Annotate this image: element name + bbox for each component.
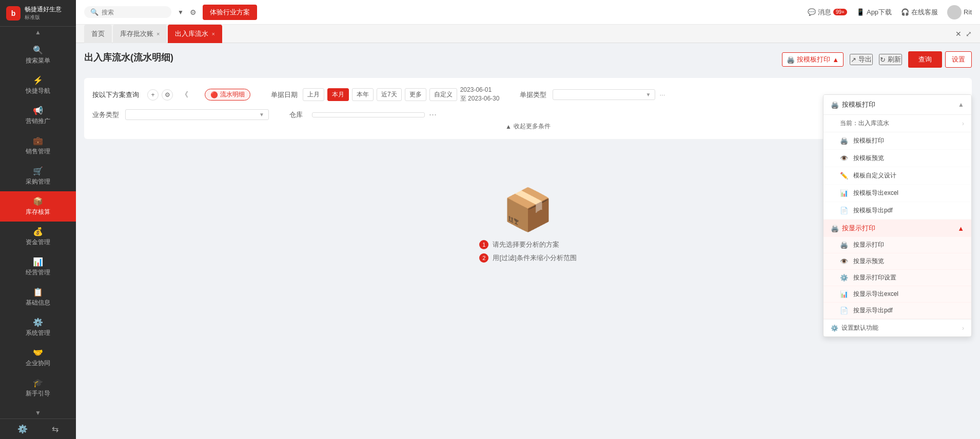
date-btn-more[interactable]: 更多 bbox=[405, 88, 426, 101]
date-range-start: 2023-06-01 bbox=[460, 86, 500, 93]
print-dropdown-arrow[interactable]: ▲ bbox=[832, 56, 839, 64]
message-label: 消息 bbox=[818, 8, 831, 17]
date-btn-last-month[interactable]: 上月 bbox=[303, 88, 324, 101]
sidebar-item-quick-nav[interactable]: ⚡ 快捷导航 bbox=[0, 70, 76, 101]
sidebar-item-finance[interactable]: 💰 资金管理 bbox=[0, 222, 76, 252]
dp-template-excel-icon: 📊 bbox=[840, 189, 848, 197]
sidebar-item-purchase[interactable]: 🛒 采购管理 bbox=[0, 161, 76, 191]
dp-sub-item-display-pdf[interactable]: 📄 按显示导出pdf bbox=[824, 303, 971, 319]
collapse-sidebar-icon[interactable]: ⇆ bbox=[52, 424, 58, 434]
sidebar-item-sales[interactable]: 💼 销售管理 bbox=[0, 131, 76, 161]
sidebar-item-business[interactable]: 📊 经营管理 bbox=[0, 252, 76, 282]
message-item[interactable]: 💬 消息 99+ bbox=[808, 8, 847, 17]
logo-name: 畅捷通好生意 bbox=[25, 5, 62, 14]
dp-sub-item-display-excel[interactable]: 📊 按显示导出excel bbox=[824, 286, 971, 303]
business-type-filter: 业务类型 ▼ bbox=[92, 109, 269, 120]
warehouse-select[interactable] bbox=[312, 112, 425, 117]
sidebar-item-system[interactable]: ⚙️ 系统管理 bbox=[0, 312, 76, 343]
tab-batch-account-close[interactable]: × bbox=[156, 31, 160, 37]
tab-batch-account[interactable]: 库存批次账 × bbox=[113, 25, 167, 43]
collapse-up-icon: ▲ bbox=[505, 123, 512, 130]
dp-item-template-print[interactable]: 🖨️ 按模板打印 bbox=[824, 132, 971, 150]
message-badge: 99+ bbox=[833, 9, 847, 15]
sidebar-item-basics-label: 基础信息 bbox=[26, 298, 50, 307]
settings-button[interactable]: 设置 bbox=[945, 51, 972, 68]
filter-collapse-icon[interactable]: 《 bbox=[181, 90, 188, 99]
print-icon: 🖨️ bbox=[787, 56, 795, 64]
online-service-label: 在线客服 bbox=[911, 8, 938, 17]
dp-sub-item-display-print[interactable]: 🖨️ 按显示打印 bbox=[824, 237, 971, 253]
dp-footer[interactable]: ⚙️ 设置默认功能 › bbox=[824, 319, 971, 336]
dp-item-template-excel[interactable]: 📊 按模板导出excel bbox=[824, 185, 971, 202]
dp-section-active-header[interactable]: 🖨️ 按显示打印 ▲ bbox=[824, 220, 971, 237]
dp-item-template-preview[interactable]: 👁️ 按模板预览 bbox=[824, 150, 971, 167]
online-service-item[interactable]: 🎧 在线客服 bbox=[901, 8, 938, 17]
dp-item-template-pdf[interactable]: 📄 按模板导出pdf bbox=[824, 202, 971, 220]
print-button[interactable]: 🖨️ 按模板打印 ▲ bbox=[782, 52, 844, 67]
doc-type-more-icon[interactable]: ··· bbox=[659, 91, 665, 98]
dp-sub-item-display-settings[interactable]: ⚙️ 按显示打印设置 bbox=[824, 270, 971, 286]
empty-step-2: 2 用[过滤]条件来缩小分析范围 bbox=[479, 253, 576, 263]
sidebar-item-inventory[interactable]: 📦 库存核算 bbox=[0, 191, 76, 222]
refresh-label: 刷新 bbox=[888, 55, 901, 64]
logo-icon: b bbox=[6, 6, 21, 21]
date-btn-this-year[interactable]: 本年 bbox=[352, 88, 374, 101]
date-btn-7days[interactable]: 近7天 bbox=[377, 88, 402, 101]
scroll-down-icon[interactable]: ▼ bbox=[35, 409, 41, 416]
sidebar-item-basics[interactable]: 📋 基础信息 bbox=[0, 282, 76, 312]
topbar-right: 💬 消息 99+ 📱 App下载 🎧 在线客服 Rit bbox=[808, 5, 972, 19]
maximize-icon[interactable]: ⤢ bbox=[966, 30, 972, 38]
guide-icon: 🎓 bbox=[33, 378, 43, 388]
filter-settings-button[interactable]: ⚙ bbox=[162, 89, 173, 101]
sidebar: b 畅捷通好生意 标准版 ▲ 🔍 搜索菜单 ⚡ 快捷导航 📢 营销推广 💼 销售… bbox=[0, 0, 76, 439]
empty-illustration: 📦 bbox=[502, 186, 554, 234]
sidebar-item-guide[interactable]: 🎓 新手引导 bbox=[0, 373, 76, 403]
sidebar-item-search[interactable]: 🔍 搜索菜单 bbox=[0, 40, 76, 70]
topbar-dropdown-icon[interactable]: ▼ bbox=[178, 9, 184, 16]
dp-item-template-design[interactable]: ✏️ 模板自定义设计 bbox=[824, 167, 971, 185]
inventory-icon: 📦 bbox=[33, 196, 43, 206]
sidebar-item-collab[interactable]: 🤝 企业协同 bbox=[0, 343, 76, 373]
export-button[interactable]: ↗ 导出 bbox=[850, 54, 873, 65]
refresh-button[interactable]: ↻ 刷新 bbox=[879, 54, 902, 65]
tab-home[interactable]: 首页 bbox=[84, 25, 112, 43]
dp-item-template-preview-label: 按模板预览 bbox=[853, 154, 884, 163]
filter-tag-item[interactable]: 🔴 流水明细 bbox=[205, 89, 250, 101]
warehouse-more-icon[interactable]: ··· bbox=[429, 109, 437, 120]
app-download-item[interactable]: 📱 App下载 bbox=[856, 8, 892, 17]
date-range-separator: 至 2023-06-30 bbox=[460, 94, 500, 103]
topbar-search-input[interactable] bbox=[102, 9, 163, 16]
sidebar-item-marketing[interactable]: 📢 营销推广 bbox=[0, 101, 76, 131]
topbar-search-box[interactable]: 🔍 bbox=[84, 6, 171, 18]
trial-button[interactable]: 体验行业方案 bbox=[203, 5, 257, 20]
scroll-up-icon[interactable]: ▲ bbox=[35, 29, 41, 36]
dp-sub-item-display-preview[interactable]: 👁️ 按显示预览 bbox=[824, 253, 971, 270]
dp-header: 🖨️ 按模板打印 ▲ bbox=[824, 95, 971, 115]
dp-template-preview-icon: 👁️ bbox=[840, 154, 848, 162]
settings-bottom-icon[interactable]: ⚙️ bbox=[17, 424, 28, 434]
tab-flow-close[interactable]: × bbox=[211, 31, 214, 37]
dp-template-section: 🖨️ 按模板打印 👁️ 按模板预览 ✏️ 模板自定义设计 📊 按模板导出exce… bbox=[824, 132, 971, 220]
minimize-icon[interactable]: ✕ bbox=[955, 30, 962, 38]
flow-tag-label: 流水明细 bbox=[220, 90, 245, 99]
topbar-gear-icon[interactable]: ⚙ bbox=[190, 8, 197, 16]
dp-footer-icon-group: ⚙️ 设置默认功能 bbox=[831, 324, 878, 332]
collapse-button[interactable]: ▲ 收起更多条件 bbox=[505, 122, 551, 131]
filter-add-button[interactable]: + bbox=[147, 89, 159, 101]
search-icon: 🔍 bbox=[33, 45, 43, 55]
step-2-number: 2 bbox=[479, 253, 488, 263]
user-item[interactable]: Rit bbox=[947, 5, 972, 19]
doc-type-select[interactable]: ▼ bbox=[553, 89, 655, 100]
query-button[interactable]: 查询 bbox=[908, 51, 942, 68]
dp-display-section: 🖨️ 按显示打印 ▲ 🖨️ 按显示打印 👁️ 按显示预览 ⚙️ 按显示打印设置 bbox=[824, 220, 971, 319]
empty-step-1: 1 请先选择要分析的方案 bbox=[479, 240, 576, 249]
sidebar-item-app-center[interactable]: 📱 应用中心 bbox=[0, 403, 76, 407]
dp-section-icon-group: 🖨️ 按显示打印 bbox=[831, 224, 875, 233]
date-btn-this-month[interactable]: 本月 bbox=[327, 88, 349, 101]
empty-steps: 1 请先选择要分析的方案 2 用[过滤]条件来缩小分析范围 bbox=[479, 240, 576, 263]
date-label: 单据日期 bbox=[271, 90, 300, 99]
date-btn-custom[interactable]: 自定义 bbox=[429, 88, 457, 101]
tab-flow[interactable]: 出入库流水 × bbox=[168, 25, 222, 43]
dp-header-up-arrow[interactable]: ▲ bbox=[958, 101, 964, 108]
business-type-select[interactable]: ▼ bbox=[125, 109, 269, 120]
